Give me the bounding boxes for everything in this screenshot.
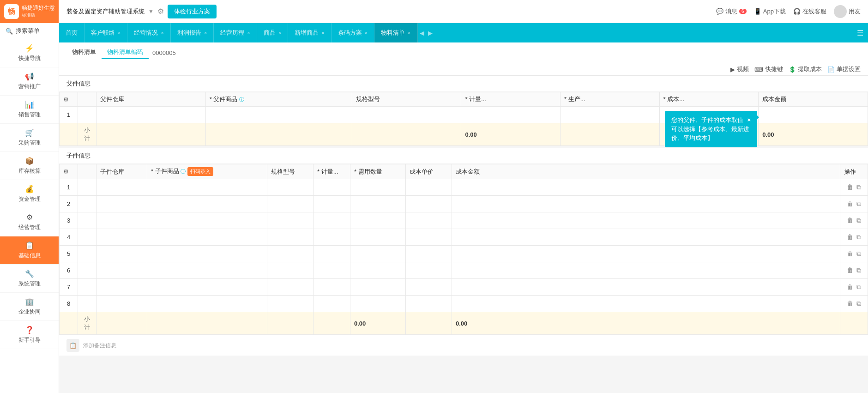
copy-icon-row7[interactable]: ⧉: [856, 283, 861, 290]
delete-icon-row6[interactable]: 🗑: [847, 266, 853, 274]
child-row7-spec[interactable]: [267, 279, 313, 296]
child-row1-warehouse[interactable]: [96, 179, 147, 196]
video-btn[interactable]: ▶ 视频: [730, 65, 749, 73]
child-row7-qty[interactable]: [350, 279, 406, 296]
child-row1-qty[interactable]: [350, 179, 406, 196]
child-row2-qty[interactable]: [350, 196, 406, 212]
child-row4-warehouse[interactable]: [96, 229, 147, 246]
child-row7-unit[interactable]: [313, 279, 350, 296]
user-btn[interactable]: 用友: [834, 5, 861, 18]
app-download-btn[interactable]: 📱 App下载: [754, 7, 786, 16]
tab-profit-close[interactable]: ×: [204, 30, 207, 36]
sidebar-item-basic-info[interactable]: 📋 基础信息: [0, 236, 59, 265]
online-service-btn[interactable]: 🎧 在线客服: [793, 7, 826, 16]
child-row4-unit-price[interactable]: [406, 229, 452, 246]
delete-icon-row2[interactable]: 🗑: [847, 200, 853, 207]
sidebar-item-operations[interactable]: ⚙ 经营管理: [0, 208, 59, 236]
tab-bom[interactable]: 物料清单 ×: [374, 23, 417, 42]
child-row1-spec[interactable]: [267, 179, 313, 196]
child-row1-goods[interactable]: [147, 179, 267, 196]
child-row5-unit-price[interactable]: [406, 246, 452, 262]
child-row5-goods[interactable]: [147, 246, 267, 262]
child-row2-unit[interactable]: [313, 196, 350, 212]
child-row8-warehouse[interactable]: [96, 296, 147, 312]
parent-row1-unit[interactable]: [461, 107, 561, 123]
tab-customer-close[interactable]: ×: [118, 30, 121, 36]
shortcut-btn[interactable]: ⌨ 快捷键: [754, 65, 783, 73]
message-btn[interactable]: 💬 消息 6: [716, 7, 747, 16]
child-row6-warehouse[interactable]: [96, 262, 147, 279]
copy-icon-row4[interactable]: ⧉: [856, 233, 861, 241]
sidebar-item-quick-nav[interactable]: ⚡ 快捷导航: [0, 39, 59, 67]
copy-icon-row3[interactable]: ⧉: [856, 217, 861, 224]
child-row6-qty[interactable]: [350, 262, 406, 279]
add-note-icon[interactable]: 📋: [66, 339, 79, 352]
nav-prev-icon[interactable]: ◀: [418, 30, 426, 36]
sub-tab-list[interactable]: 物料清单: [66, 46, 102, 59]
child-row8-unit[interactable]: [313, 296, 350, 312]
child-row2-spec[interactable]: [267, 196, 313, 212]
delete-icon-row4[interactable]: 🗑: [847, 233, 853, 241]
sidebar-item-guide[interactable]: ❓ 新手引导: [0, 321, 59, 349]
child-row3-unit-price[interactable]: [406, 212, 452, 229]
child-row4-spec[interactable]: [267, 229, 313, 246]
child-row4-goods[interactable]: [147, 229, 267, 246]
delete-icon-row1[interactable]: 🗑: [847, 183, 853, 191]
sidebar-item-inventory[interactable]: 📦 库存核算: [0, 152, 59, 180]
trial-btn[interactable]: 体验行业方案: [168, 5, 217, 18]
sidebar-item-finance[interactable]: 💰 资金管理: [0, 180, 59, 208]
child-row7-unit-price[interactable]: [406, 279, 452, 296]
sub-tab-detail[interactable]: 物料清单编码: [102, 46, 149, 59]
child-row4-unit[interactable]: [313, 229, 350, 246]
copy-icon-row2[interactable]: ⧉: [856, 200, 861, 207]
child-row5-unit[interactable]: [313, 246, 350, 262]
tab-bom-close[interactable]: ×: [408, 30, 410, 36]
parent-row1-spec[interactable]: [352, 107, 461, 123]
tab-goods-close[interactable]: ×: [278, 30, 281, 36]
tab-barcode[interactable]: 条码方案 ×: [332, 23, 374, 42]
sidebar-item-marketing[interactable]: 📢 营销推广: [0, 67, 59, 96]
child-row3-qty[interactable]: [350, 212, 406, 229]
child-row7-goods[interactable]: [147, 279, 267, 296]
child-row6-spec[interactable]: [267, 262, 313, 279]
sidebar-item-system[interactable]: 🔧 系统管理: [0, 265, 59, 293]
scan-input-btn[interactable]: 扫码录入: [187, 167, 213, 176]
delete-icon-row7[interactable]: 🗑: [847, 283, 853, 290]
settings-gear-icon[interactable]: ⚙: [157, 7, 164, 16]
tab-customer[interactable]: 客户联络 ×: [84, 23, 127, 42]
child-row6-unit-price[interactable]: [406, 262, 452, 279]
child-row1-unit-price[interactable]: [406, 179, 452, 196]
tooltip-close-btn[interactable]: ×: [747, 115, 751, 125]
extract-cost-btn[interactable]: 💲 提取成本: [789, 65, 822, 73]
parent-row1-warehouse[interactable]: [96, 107, 206, 123]
child-row2-unit-price[interactable]: [406, 196, 452, 212]
child-row8-goods[interactable]: [147, 296, 267, 312]
child-row5-spec[interactable]: [267, 246, 313, 262]
tab-goods[interactable]: 商品 ×: [257, 23, 288, 42]
child-row4-qty[interactable]: [350, 229, 406, 246]
parent-row1-goods[interactable]: [205, 107, 352, 123]
tab-operations-status[interactable]: 经营情况 ×: [127, 23, 170, 42]
copy-icon-row8[interactable]: ⧉: [856, 300, 861, 307]
child-row3-goods[interactable]: [147, 212, 267, 229]
search-menu[interactable]: 🔍 搜索菜单: [0, 23, 59, 39]
child-row2-warehouse[interactable]: [96, 196, 147, 212]
copy-icon-row5[interactable]: ⧉: [856, 250, 861, 257]
tab-new-goods-close[interactable]: ×: [321, 30, 324, 36]
child-row3-warehouse[interactable]: [96, 212, 147, 229]
tab-home[interactable]: 首页: [59, 23, 84, 42]
child-row2-goods[interactable]: [147, 196, 267, 212]
sidebar-item-enterprise[interactable]: 🏢 企业协同: [0, 293, 59, 321]
tab-history[interactable]: 经营历程 ×: [214, 23, 257, 42]
tab-operations-close[interactable]: ×: [161, 30, 163, 36]
nav-next-icon[interactable]: ▶: [426, 30, 434, 36]
child-row3-spec[interactable]: [267, 212, 313, 229]
child-row6-unit[interactable]: [313, 262, 350, 279]
delete-icon-row5[interactable]: 🗑: [847, 250, 853, 257]
child-row6-goods[interactable]: [147, 262, 267, 279]
tab-new-goods[interactable]: 新增商品 ×: [288, 23, 331, 42]
child-row1-unit[interactable]: [313, 179, 350, 196]
sidebar-item-sales[interactable]: 📊 销售管理: [0, 96, 59, 124]
parent-row1-produce[interactable]: [561, 107, 660, 123]
copy-icon-row6[interactable]: ⧉: [856, 266, 861, 274]
